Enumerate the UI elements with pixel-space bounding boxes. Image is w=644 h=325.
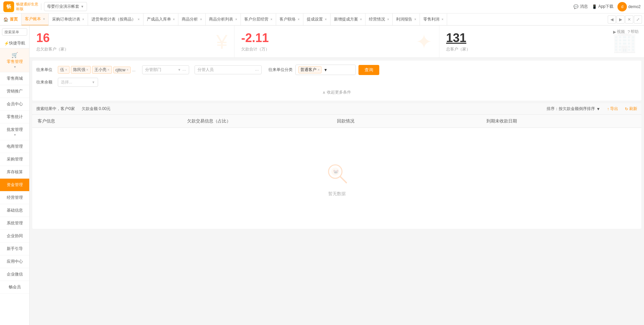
chevron-down-icon: ▼ [324, 68, 328, 72]
close-icon[interactable]: × [86, 68, 88, 72]
sidebar-item-basic-info[interactable]: 基础信息 [0, 204, 29, 217]
close-icon[interactable]: × [414, 17, 416, 21]
tab-stock-in-stats[interactable]: 进货单统计表（按商品） × [88, 13, 143, 26]
balance-select[interactable]: 选择... ▼ [58, 78, 98, 87]
close-icon[interactable]: × [298, 17, 300, 21]
sidebar-item-retail[interactable]: 🛒 零售管理 ▼ [0, 48, 29, 72]
tab-new-promotion[interactable]: 新增提成方案 × [331, 13, 366, 26]
refresh-button[interactable]: ↻ 刷新 [625, 106, 637, 112]
close-icon[interactable]: × [127, 68, 129, 72]
dept-select[interactable]: 分管部门 ▼ ··· [142, 65, 189, 74]
sidebar-item-enterprise-wechat[interactable]: 企业微信 [0, 268, 29, 281]
sidebar-item-finance[interactable]: 资金管理 [0, 179, 29, 191]
sidebar-item-enterprise-agreement[interactable]: 企业协同 [0, 230, 29, 243]
sidebar-item-system[interactable]: 系统管理 [0, 217, 29, 230]
stat-card-total-receivable: -2.11 欠款合计（万） ✦ [234, 26, 439, 58]
help-button[interactable]: ? 帮助 [628, 29, 639, 35]
maximize-button[interactable]: ⤢ [634, 15, 642, 24]
close-all-tabs-button[interactable]: ✕ [625, 15, 633, 24]
chevron-up-icon: ∧ [323, 90, 326, 95]
close-icon[interactable]: × [360, 17, 362, 21]
app-download-button[interactable]: 📱 App下载 [592, 4, 613, 9]
close-icon[interactable]: × [108, 68, 110, 72]
close-icon[interactable]: × [82, 17, 84, 21]
chevron-icon: ▼ [13, 133, 16, 137]
tab-product-stock-in[interactable]: 产成品入库单 × [143, 13, 179, 26]
tab-home[interactable]: 🏠 首页 [0, 13, 22, 26]
export-button[interactable]: ↑ 导出 [607, 106, 618, 112]
sidebar-item-operations[interactable]: 经营管理 [0, 191, 29, 204]
tag-label: cjttcw [116, 68, 126, 72]
filter-more-button[interactable]: ... [132, 68, 135, 72]
avatar: d [617, 2, 627, 11]
stat-label-total-customers: 总客户（家） [446, 46, 470, 52]
results-summary: 搜索结果中，客户0家 [36, 106, 75, 112]
tab-customer-contact[interactable]: 客户联络 × [276, 13, 303, 26]
close-icon[interactable]: × [387, 17, 389, 21]
close-icon[interactable]: × [235, 17, 237, 21]
tab-business-status[interactable]: 经营情况 × [366, 13, 393, 26]
question-icon: ? [628, 30, 630, 34]
col-header-customer: 客户信息 [38, 118, 187, 124]
chevron-icon: ▼ [13, 65, 16, 69]
filter-section: 往来单位 伍 × 陈民强 × 王小亮 × cjttcw [32, 61, 641, 101]
message-button[interactable]: 💬 消息 [573, 4, 588, 9]
empty-state: 🐭 暂无数据 [324, 160, 350, 197]
dots-icon: ··· [255, 67, 259, 73]
collapse-button[interactable]: ∧ 收起更多条件 [36, 89, 637, 95]
tab-profit-report[interactable]: 利润报告 × [393, 13, 420, 26]
main-layout: ⚡ 快捷导航 🛒 零售管理 ▼ 零售商城 营销推广 会员中心 零售统计 批发管理… [0, 26, 644, 325]
filter-label-unit: 往来单位 [36, 67, 55, 73]
play-icon: ▶ [613, 30, 616, 34]
stat-card-total-customers: 131 总客户（家） 🏢 ▶ 视频 ? 帮助 [439, 26, 644, 58]
sidebar-item-wholesale[interactable]: 批发管理 ▼ [0, 123, 29, 140]
tab-retail-profit[interactable]: 零售利润 × [420, 13, 447, 26]
sidebar: ⚡ 快捷导航 🛒 零售管理 ▼ 零售商城 营销推广 会员中心 零售统计 批发管理… [0, 26, 30, 325]
sidebar-item-retail-mall[interactable]: 零售商城 [0, 72, 29, 85]
user-profile[interactable]: d demo2 [617, 2, 641, 11]
close-icon[interactable]: × [325, 17, 327, 21]
sidebar-item-marketing[interactable]: 营销推广 [0, 85, 29, 98]
video-button[interactable]: ▶ 视频 [613, 29, 625, 35]
chevron-down-icon: ▼ [178, 68, 181, 72]
tab-purchase-order-stats[interactable]: 采购订单统计表 × [49, 13, 88, 26]
sidebar-item-inventory[interactable]: 库存核算 [0, 166, 29, 179]
close-icon[interactable]: × [441, 17, 443, 21]
sidebar-item-ecommerce[interactable]: 电商管理 [0, 140, 29, 153]
sidebar-item-retail-stats[interactable]: 零售统计 [0, 111, 29, 123]
export-icon: ↑ [607, 107, 609, 111]
sidebar-item-new-guide[interactable]: 新手引导 [0, 243, 29, 255]
close-icon[interactable]: × [270, 17, 272, 21]
tab-product-analysis-list[interactable]: 商品分析列表 × [206, 13, 241, 26]
prev-tabs-button[interactable]: ◀ [608, 15, 616, 24]
sidebar-item-app-center[interactable]: 应用中心 [0, 255, 29, 268]
unit-class-select[interactable]: 普通客户 × ▼ [295, 65, 356, 75]
workspace-selector[interactable]: 母婴行业演示帐套 ▼ [44, 2, 87, 11]
person-select[interactable]: 分管人员 ··· [195, 65, 262, 74]
close-icon[interactable]: × [138, 17, 140, 21]
star-bg-icon: ✦ [416, 30, 432, 53]
chevron-down-icon: ▼ [92, 80, 95, 84]
search-input[interactable] [2, 28, 27, 36]
tab-accounts-receivable[interactable]: 客户账本 × [22, 13, 49, 26]
close-icon[interactable]: × [173, 17, 175, 21]
results-bar: 搜索结果中，客户0家 欠款金额 0.00元 排序：按欠款金额倒序排序 ▼ ↑ 导… [32, 103, 641, 115]
close-icon[interactable]: × [317, 68, 319, 72]
close-icon[interactable]: × [43, 17, 45, 21]
filter-label-unit-class: 往来单位分类 [268, 67, 293, 73]
sidebar-quick-nav[interactable]: ⚡ 快捷导航 [0, 38, 29, 48]
close-icon[interactable]: × [65, 68, 67, 72]
logo-text: 畅捷通好生意 标版 [16, 2, 38, 11]
next-tabs-button[interactable]: ▶ [616, 15, 625, 24]
sort-button[interactable]: 排序：按欠款金额倒序排序 ▼ [547, 106, 600, 112]
sidebar-item-purchase[interactable]: 采购管理 [0, 153, 29, 166]
sidebar-item-member[interactable]: 会员中心 [0, 98, 29, 111]
tab-product-analysis[interactable]: 商品分析 × [178, 13, 206, 26]
tab-customer-segment[interactable]: 客户分层经营 × [241, 13, 276, 26]
query-button[interactable]: 查询 [358, 65, 379, 75]
col-header-payment: 回款情况 [337, 118, 486, 124]
tab-promotion-settings[interactable]: 提成设置 × [303, 13, 331, 26]
stats-row: 16 总欠款客户（家） ¥ -2.11 欠款合计（万） ✦ 131 总客户（家）… [30, 26, 644, 58]
close-icon[interactable]: × [200, 17, 202, 21]
sidebar-item-vip-member[interactable]: 畅会员 [0, 281, 29, 294]
